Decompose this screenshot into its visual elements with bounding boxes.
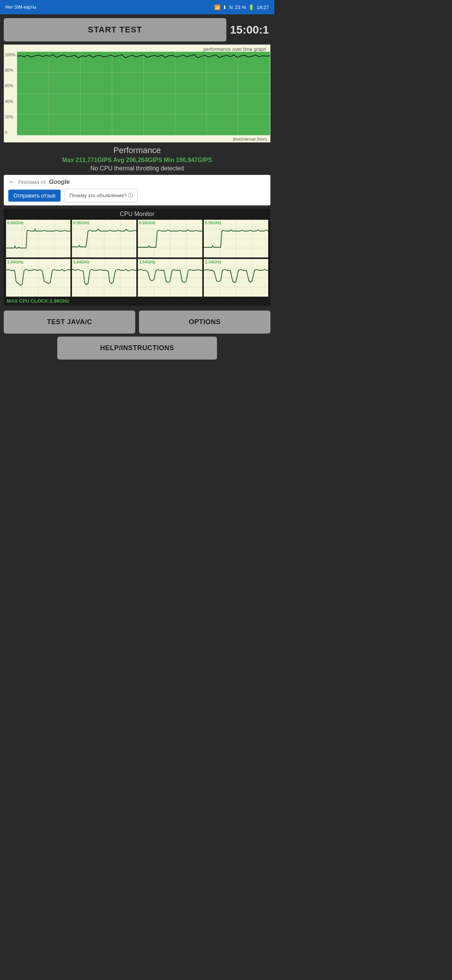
graph-title: performance over time graph [203,46,266,52]
timer-display: 15:00:1 [230,23,270,36]
ad-back-arrow[interactable]: ← [8,178,15,186]
performance-line-svg [17,52,270,135]
cpu-freq-6: 1.54GHz [139,260,155,264]
cpu-chart-2 [138,220,202,258]
test-java-c-button[interactable]: TEST JAVA/C [4,310,135,334]
ad-top-row: ← Реклама от Google [8,178,266,186]
bottom-buttons-row1: TEST JAVA/C OPTIONS [4,310,270,334]
graph-inner [17,52,270,135]
help-instructions-button[interactable]: HELP/INSTRUCTIONS [57,337,217,360]
cpu-grid: 0.55GHz 0.55GHz [6,220,268,297]
options-button[interactable]: OPTIONS [139,310,270,334]
ad-why-button[interactable]: Почему это объявление? ⓘ [64,189,138,202]
cpu-freq-1: 0.55GHz [73,221,89,225]
bottom-buttons-row2: HELP/INSTRUCTIONS [4,337,270,360]
sim-text: Нет SIM-карты [5,5,36,10]
performance-graph: performance over time graph 100% 80% 60%… [4,45,270,143]
cpu-cell-1: 0.55GHz [72,220,136,258]
max-cpu-label: MAX CPU CLOCK:2.86GHz [6,298,268,304]
performance-stats: Max 211,771GIPS Avg 206,264GIPS Min 196,… [4,157,270,164]
cpu-cell-3: 0.55GHz [204,220,268,258]
cpu-monitor-title: CPU Monitor [6,211,268,218]
app-content: START TEST 15:00:1 performance over time… [0,14,274,595]
ad-label: Реклама от [18,179,46,185]
cpu-chart-5 [72,259,136,297]
start-test-button[interactable]: START TEST [4,18,226,41]
graph-x-label: time(interval 2min) [233,137,267,142]
cpu-cell-0: 0.55GHz [6,220,70,258]
cpu-chart-0 [6,220,70,258]
cpu-freq-5: 1.84GHz [73,260,89,264]
ad-bottom-row: Отправить отзыв Почему это объявление? ⓘ [8,189,266,202]
cpu-freq-7: 1.54GHz [205,260,221,264]
cpu-chart-6 [138,259,202,297]
ad-banner: ← Реклама от Google Отправить отзыв Поче… [4,175,270,205]
graph-y-labels: 100% 80% 60% 40% 20% 0 [5,52,16,135]
ad-feedback-button[interactable]: Отправить отзыв [8,189,61,202]
battery-percent: 23 % [235,5,246,10]
cpu-monitor-section: CPU Monitor 0.55GHz [4,208,270,306]
cpu-chart-7 [204,259,268,297]
cpu-freq-3: 0.55GHz [205,221,221,225]
cpu-chart-3 [204,220,268,258]
cpu-cell-2: 0.55GHz [138,220,202,258]
performance-title: Performance [4,145,270,155]
data-icon: ⬇ [223,5,227,10]
cpu-cell-5: 1.84GHz [72,259,136,297]
performance-section: Performance Max 211,771GIPS Avg 206,264G… [4,145,270,172]
cpu-cell-6: 1.54GHz [138,259,202,297]
battery-icon: 🔋 [248,5,254,10]
status-right: 📶 ⬇ N 23 % 🔋 18:27 [214,5,269,10]
ad-google-label: Google [49,179,70,185]
cpu-chart-1 [72,220,136,258]
cpu-freq-4: 1.84GHz [7,260,23,264]
nfc-icon: N [229,5,232,10]
thermal-text: No CPU thermal throttling detected [4,165,270,172]
cpu-freq-0: 0.55GHz [7,221,23,225]
cpu-cell-4: 1.84GHz [6,259,70,297]
top-row: START TEST 15:00:1 [4,18,270,41]
cpu-chart-4 [6,259,70,297]
time-display: 18:27 [257,5,269,10]
wifi-icon: 📶 [214,5,220,10]
cpu-cell-7: 1.54GHz [204,259,268,297]
cpu-freq-2: 0.55GHz [139,221,155,225]
status-bar: Нет SIM-карты 📶 ⬇ N 23 % 🔋 18:27 [0,0,274,14]
